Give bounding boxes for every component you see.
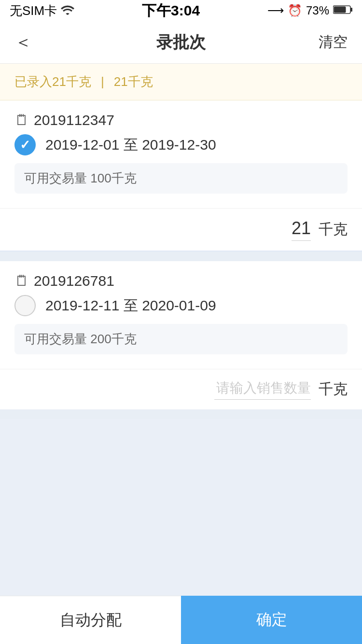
batch1-id-row: 🗒 2019112347 [14,112,348,128]
bottom-bar: 自动分配 确定 [0,596,362,644]
batch2-unit: 千克 [319,379,348,399]
recorded-label: 已录入21千克 [14,73,91,90]
nav-bar: ＜ 录批次 清空 [0,21,362,64]
back-button[interactable]: ＜ [14,30,43,54]
batch2-id: 2019126781 [34,273,114,289]
total-label: 21千克 [114,73,153,90]
batch2-amount-input-wrap[interactable]: 请输入销售数量 [214,379,311,400]
summary-divider: | [101,74,104,89]
batch1-amount-row: 21 千克 [0,208,362,252]
location-icon: ⟶ [267,4,284,17]
alarm-icon: ⏰ [288,4,302,17]
batch2-doc-icon: 🗒 [14,273,29,289]
batch-item-1: 🗒 2019112347 2019-12-01 至 2019-12-30 可用交… [0,100,362,252]
batch2-input-row: 请输入销售数量 千克 [0,369,362,409]
batch2-id-row: 🗒 2019126781 [14,273,348,289]
auto-distribute-button[interactable]: 自动分配 [0,596,181,644]
batch1-unit: 千克 [319,220,348,239]
batch2-radio[interactable] [14,295,36,316]
svg-rect-2 [334,7,346,13]
svg-rect-1 [350,8,352,12]
confirm-button[interactable]: 确定 [181,596,362,644]
batch1-available: 可用交易量 100千克 [14,163,348,194]
section-divider-1 [0,252,362,261]
page-title: 录批次 [156,31,206,54]
battery-text: 73% [306,4,329,17]
status-time: 下午3:04 [142,1,200,21]
status-left: 无SIM卡 [10,2,74,19]
batch2-input-placeholder[interactable]: 请输入销售数量 [216,380,311,395]
clear-button[interactable]: 清空 [319,32,348,52]
batch1-doc-icon: 🗒 [14,112,29,128]
status-bar: 无SIM卡 下午3:04 ⟶ ⏰ 73% [0,0,362,21]
batch1-date-row[interactable]: 2019-12-01 至 2019-12-30 [14,134,348,155]
batch2-available: 可用交易量 200千克 [14,324,348,354]
section-divider-2 [0,409,362,419]
summary-bar: 已录入21千克 | 21千克 [0,64,362,100]
wifi-icon [61,3,74,18]
batch2-date-row[interactable]: 2019-12-11 至 2020-01-09 [14,295,348,316]
carrier-text: 无SIM卡 [10,2,57,19]
batch1-radio[interactable] [14,134,36,155]
batch1-date: 2019-12-01 至 2019-12-30 [45,135,216,155]
status-right: ⟶ ⏰ 73% [267,4,352,17]
battery-icon [333,4,352,17]
batch2-date: 2019-12-11 至 2020-01-09 [45,296,216,316]
batch1-amount-value[interactable]: 21 [292,218,311,238]
batch-item-2: 🗒 2019126781 2019-12-11 至 2020-01-09 可用交… [0,261,362,409]
batch1-id: 2019112347 [34,112,114,128]
